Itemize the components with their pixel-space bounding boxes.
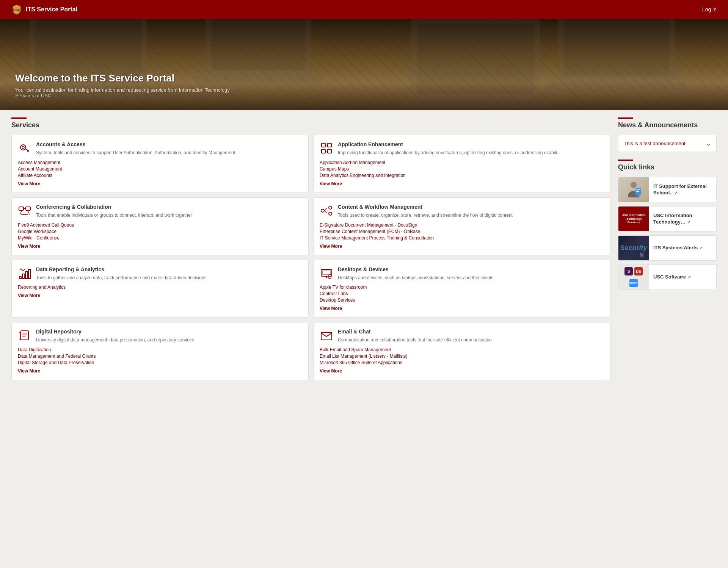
svg-point-44 [631,182,637,188]
service-link[interactable]: Access Management [18,160,302,165]
news-header-bar [618,117,633,119]
quicklinks-section-title: Quick links [618,163,717,171]
thumb-security-text: Security [620,244,647,252]
service-card-desc: Desktops and devices, such as laptops, w… [338,275,493,281]
thumbnail-support [618,177,649,202]
service-link[interactable]: Apple TV for classroom [320,285,604,290]
service-card-apps: Application Enhancement Improving functi… [313,135,610,193]
login-link[interactable]: Log in [702,6,717,13]
svg-line-15 [25,149,29,151]
service-card-header: Application Enhancement Improving functi… [320,141,604,156]
quicklinks-container: IT Support for External School..↗ USC In… [618,177,717,290]
service-link[interactable]: Campus Maps [320,166,604,172]
external-link-icon: ↗ [687,220,690,224]
service-card-title: Desktops & Devices [338,266,493,272]
svg-point-14 [22,146,24,149]
service-card-header: Data Reporting & Analytics Tools to gath… [18,266,302,281]
service-card-desc: Improving functionality of applications … [338,150,561,156]
service-card-title: Content & Workflow Management [338,204,513,210]
service-card-header: Accounts & Access System, tools and serv… [18,141,302,156]
svg-rect-21 [328,149,331,153]
service-card-header: Digital Repository University digital da… [18,329,302,343]
svg-rect-33 [28,269,30,279]
service-link[interactable]: IT Service Management Process Training &… [320,235,604,241]
service-card-analytics: Data Reporting & Analytics Tools to gath… [11,260,309,318]
quicklink-label: ITS Systems Alerts↗ [649,245,716,251]
service-links: Bulk Email and Spam ManagementEmail List… [320,347,604,365]
service-card-desc: System, tools and services to support Us… [36,150,235,156]
service-links: Five9 Advanced Call QueueGoogle Workspac… [18,222,302,241]
service-link[interactable]: Data Analytics Engineering and Integrati… [320,173,604,178]
view-more-link[interactable]: View More [18,244,302,249]
service-link[interactable]: Account Management [18,166,302,172]
cursor-icon [640,251,646,259]
announcement-item[interactable]: This is a test announcement ⌄ [618,135,717,152]
service-link[interactable]: Application Add-on Management [320,160,604,165]
svg-rect-31 [22,274,24,279]
view-more-link[interactable]: View More [320,306,604,311]
service-card-header: Content & Workflow Management Tools used… [320,204,604,219]
svg-rect-24 [19,207,24,210]
service-link[interactable]: Email List Management (Listserv - Mailli… [320,354,604,359]
service-icon-workflow [320,204,333,217]
view-more-link[interactable]: View More [18,293,302,298]
service-link[interactable]: Digital Storage and Data Preservation [18,360,302,365]
quicklink-card-1[interactable]: USC InformationTechnology Services USC I… [618,206,717,232]
view-more-link[interactable]: View More [320,368,604,374]
service-card-desc: Tools used to create, organize, store, r… [338,212,513,219]
service-link[interactable]: Bulk Email and Spam Management [320,347,604,352]
service-card-workflow: Content & Workflow Management Tools used… [313,197,610,255]
usc-shield-icon: USC [11,4,22,15]
service-link[interactable]: Five9 Advanced Call Queue [18,222,302,228]
service-link[interactable]: Microsoft 365 Office Suite of Applicatio… [320,360,604,365]
service-icon-email [320,329,333,342]
service-card-title: Email & Chat [338,329,492,335]
hero-banner: Welcome to the ITS Service Portal Your c… [0,19,728,110]
svg-point-27 [321,209,324,212]
quicklink-card-0[interactable]: IT Support for External School..↗ [618,177,717,202]
svg-rect-30 [19,276,21,279]
service-link[interactable]: Data Management and Federal Grants [18,354,302,359]
service-link[interactable]: Reporting and Analytics [18,285,302,290]
hero-content: Welcome to the ITS Service Portal Your c… [15,72,243,99]
view-more-link[interactable]: View More [18,368,302,374]
service-link[interactable]: MyWiki - Confluence [18,235,302,241]
view-more-link[interactable]: View More [320,181,604,186]
services-section-title: Services [11,121,610,129]
news-section: News & Announcements This is a test anno… [618,117,717,152]
service-link[interactable]: Desktop Services [320,297,604,303]
thumbnail-its: USC InformationTechnology Services [618,207,649,231]
service-card-desc: Communication and collaboration tools th… [338,337,492,343]
services-header-bar [11,117,27,119]
announcement-text: This is a test announcement [624,141,686,146]
service-card-header: Conferencing & Collaboration Tools that … [18,204,302,219]
service-link[interactable]: Affiliate Accounts [18,173,302,178]
thumbnail-security: Security [618,236,649,260]
service-links: Apple TV for classroomContract LabsDeskt… [320,285,604,303]
service-link[interactable]: Enterprise Content Management (ECM) - On… [320,229,604,234]
external-link-icon: ↗ [699,246,703,250]
service-link[interactable]: Contract Labs [320,291,604,296]
chevron-down-icon: ⌄ [706,140,711,147]
quicklink-card-3[interactable]: S Bb zoom USC Software↗ [618,264,717,290]
service-card-header: Desktops & Devices Desktops and devices,… [320,266,604,281]
blackboard-icon: Bb [634,267,643,275]
svg-rect-39 [21,331,28,340]
quicklink-card-2[interactable]: Security ITS Systems Alerts↗ [618,235,717,261]
service-link[interactable]: Data Digitization [18,347,302,352]
quicklinks-section-header: Quick links [618,160,717,171]
service-link[interactable]: Google Workspace [18,229,302,234]
view-more-link[interactable]: View More [320,244,604,249]
service-icon-key [18,141,31,155]
service-card-key: Accounts & Access System, tools and serv… [11,135,309,193]
person-icon [626,180,641,199]
service-link[interactable]: E-Signature Document Management - DocuSi… [320,222,604,228]
service-card-desc: University digital data management, data… [36,337,194,343]
services-column: Services Accounts & Access System, tools… [11,117,610,380]
view-more-link[interactable]: View More [18,181,302,186]
service-icon-repository [18,329,31,342]
quicklink-label: IT Support for External School..↗ [649,183,716,196]
service-links: Data DigitizationData Management and Fed… [18,347,302,365]
svg-rect-19 [328,143,331,147]
header-logo[interactable]: USC ITS Service Portal [11,4,77,15]
